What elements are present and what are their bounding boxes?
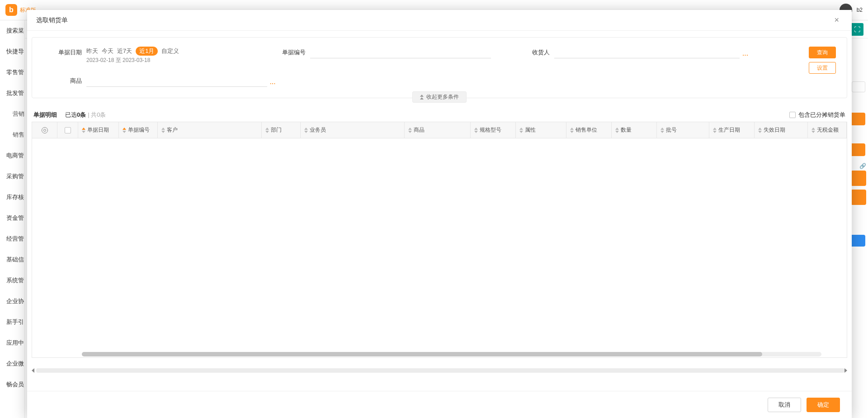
table: 单据日期 单据编号 客户 部门 业务员 商品 规格型号 属性 销售单位 数量 批… <box>32 122 847 358</box>
sort-up-icon <box>161 128 165 130</box>
date-range: 2023-02-18 至 2023-03-18 <box>86 57 179 64</box>
sort-up-icon <box>265 128 269 130</box>
filter-panel: 单据日期 昨天 今天 近7天 近1月 自定义 2023-02-18 至 2023… <box>32 37 847 98</box>
quick-yesterday[interactable]: 昨天 <box>86 47 98 55</box>
modal-body: 单据日期 昨天 今天 近7天 近1月 自定义 2023-02-18 至 2023… <box>27 31 852 391</box>
ok-button[interactable]: 确定 <box>807 398 840 412</box>
status-row: 单据明细 已选0条 | 共0条 包含已分摊销货单 <box>32 111 847 119</box>
sort-up-icon <box>304 128 308 130</box>
detail-tab[interactable]: 单据明细 <box>33 111 57 119</box>
sort-down-icon <box>304 131 308 133</box>
sort-up-icon <box>660 128 664 130</box>
product-input[interactable] <box>86 75 267 87</box>
selected-label: 已选0条 <box>65 111 86 119</box>
col-amount[interactable]: 无税金额 <box>808 122 847 138</box>
col-dept[interactable]: 部门 <box>262 122 301 138</box>
chevron-up-icon <box>420 95 424 100</box>
col-exp[interactable]: 失效日期 <box>755 122 808 138</box>
collapse-label: 收起更多条件 <box>426 93 459 101</box>
cancel-button[interactable]: 取消 <box>768 398 801 412</box>
sort-down-icon <box>758 131 762 133</box>
column-settings-button[interactable] <box>32 122 57 138</box>
settings-button[interactable]: 设置 <box>809 62 836 74</box>
selected-prefix: 已选 <box>65 111 77 118</box>
filter-actions: 查询 设置 <box>809 47 836 74</box>
sort-down-icon <box>615 131 619 133</box>
modal-footer: 取消 确定 <box>27 391 852 418</box>
sort-down-icon <box>82 131 85 133</box>
include-label: 包含已分摊销货单 <box>798 111 845 119</box>
sort-up-icon <box>811 128 815 130</box>
query-button[interactable]: 查询 <box>809 47 836 58</box>
scroll-left-icon[interactable] <box>32 368 34 373</box>
col-qty-label: 数量 <box>621 126 632 134</box>
date-label: 单据日期 <box>41 47 86 57</box>
col-date-label: 单据日期 <box>87 126 109 134</box>
receiver-input[interactable] <box>554 47 740 58</box>
col-unit-label: 销售单位 <box>576 126 597 134</box>
more-icon[interactable]: ··· <box>270 81 276 87</box>
sort-down-icon <box>519 131 523 133</box>
selected-count: 0条 <box>77 111 86 118</box>
collapse-filters-button[interactable]: 收起更多条件 <box>412 91 467 103</box>
col-qty[interactable]: 数量 <box>612 122 657 138</box>
col-product[interactable]: 商品 <box>405 122 471 138</box>
include-checkbox[interactable] <box>789 112 796 118</box>
col-employee[interactable]: 业务员 <box>301 122 405 138</box>
col-attr-label: 属性 <box>525 126 536 134</box>
col-amount-label: 无税金额 <box>817 126 839 134</box>
close-icon[interactable]: × <box>830 14 843 27</box>
outer-scroll-track[interactable] <box>36 368 844 373</box>
sort-up-icon <box>713 128 717 130</box>
sort-up-icon <box>123 128 126 130</box>
col-spec-label: 规格型号 <box>480 126 501 134</box>
col-spec[interactable]: 规格型号 <box>471 122 516 138</box>
sort-up-icon <box>758 128 762 130</box>
more-icon[interactable]: ··· <box>742 52 748 58</box>
code-label: 单据编号 <box>265 47 310 57</box>
scroll-right-icon[interactable] <box>844 368 847 373</box>
code-input[interactable] <box>310 47 491 58</box>
modal-title: 选取销货单 <box>36 16 68 24</box>
col-lot[interactable]: 批号 <box>657 122 709 138</box>
col-attr[interactable]: 属性 <box>516 122 566 138</box>
sort-up-icon <box>408 128 412 130</box>
col-code[interactable]: 单据编号 <box>119 122 158 138</box>
sort-down-icon <box>123 131 126 133</box>
col-date[interactable]: 单据日期 <box>78 122 119 138</box>
receiver-label: 收货人 <box>509 47 554 57</box>
table-header: 单据日期 单据编号 客户 部门 业务员 商品 规格型号 属性 销售单位 数量 批… <box>32 122 847 138</box>
gear-icon <box>42 127 48 133</box>
sort-down-icon <box>474 131 478 133</box>
quick-custom[interactable]: 自定义 <box>161 47 179 55</box>
quick-week[interactable]: 近7天 <box>117 47 132 55</box>
filter-date: 单据日期 昨天 今天 近7天 近1月 自定义 2023-02-18 至 2023… <box>41 47 179 64</box>
sort-down-icon <box>265 131 269 133</box>
select-all-cell[interactable] <box>57 122 78 138</box>
filter-receiver: 收货人 ··· <box>509 47 748 58</box>
quick-month[interactable]: 近1月 <box>136 47 158 56</box>
select-all-checkbox[interactable] <box>65 127 71 133</box>
col-code-label: 单据编号 <box>128 126 150 134</box>
sort-down-icon <box>660 131 664 133</box>
outer-hscroll[interactable] <box>32 367 847 374</box>
filter-code: 单据编号 <box>265 47 491 58</box>
col-mfg[interactable]: 生产日期 <box>709 122 755 138</box>
total-label: | 共0条 <box>88 111 106 119</box>
sort-up-icon <box>519 128 523 130</box>
col-unit[interactable]: 销售单位 <box>566 122 612 138</box>
sort-down-icon <box>570 131 574 133</box>
select-sales-order-modal: 选取销货单 × 单据日期 昨天 今天 近7天 近1月 自定义 2023-02 <box>27 10 852 418</box>
table-hscroll[interactable] <box>32 351 847 357</box>
col-lot-label: 批号 <box>666 126 677 134</box>
sort-down-icon <box>811 131 815 133</box>
table-body <box>32 138 847 351</box>
col-customer-label: 客户 <box>167 126 178 134</box>
modal-header: 选取销货单 × <box>27 10 852 31</box>
scrollbar-thumb[interactable] <box>82 352 762 356</box>
sort-down-icon <box>161 131 165 133</box>
col-customer[interactable]: 客户 <box>158 122 262 138</box>
col-mfg-label: 生产日期 <box>718 126 740 134</box>
quick-today[interactable]: 今天 <box>102 47 113 55</box>
col-product-label: 商品 <box>414 126 425 134</box>
